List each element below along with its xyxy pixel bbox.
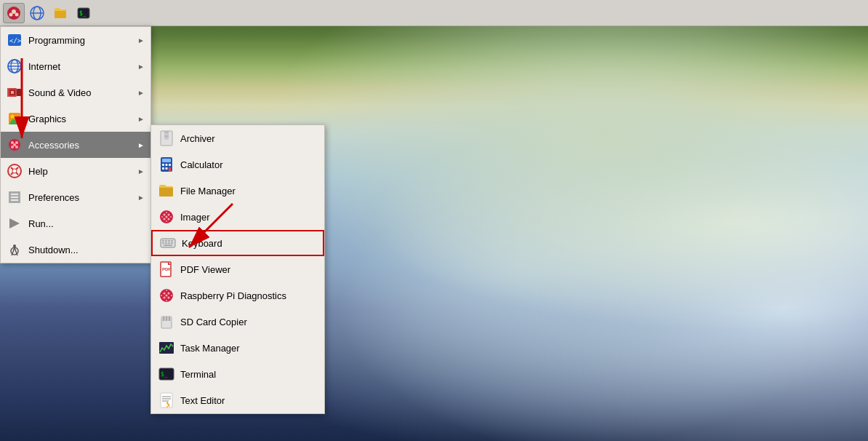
svg-text:</>: </> — [9, 37, 22, 44]
raspberry-icon — [7, 6, 21, 20]
submenu-item-text-editor[interactable]: Text Editor — [151, 387, 324, 413]
svg-point-65 — [166, 216, 168, 218]
menu-item-sound-video[interactable]: Sound & Video ► — [1, 79, 150, 106]
svg-point-26 — [11, 141, 14, 144]
help-arrow: ► — [137, 167, 145, 175]
svg-rect-76 — [165, 242, 167, 244]
sd-card-icon — [158, 314, 174, 330]
accessories-label: Accessories — [28, 140, 137, 151]
sound-video-arrow: ► — [137, 89, 145, 97]
svg-rect-20 — [17, 89, 21, 96]
task-manager-label: Task Manager — [180, 343, 240, 354]
svg-point-42 — [13, 245, 16, 247]
svg-point-85 — [168, 293, 170, 295]
svg-rect-50 — [164, 135, 169, 138]
svg-rect-79 — [164, 245, 172, 246]
svg-point-91 — [161, 295, 162, 296]
submenu-item-imager[interactable]: Imager — [151, 204, 324, 230]
svg-text:$_: $_ — [79, 10, 87, 17]
file-manager-taskbar-button[interactable] — [49, 3, 71, 23]
browser-button[interactable] — [26, 3, 48, 23]
terminal-submenu-icon: $_ — [158, 366, 174, 382]
svg-point-90 — [166, 300, 167, 301]
svg-rect-97 — [169, 317, 170, 321]
text-editor-icon — [158, 392, 174, 408]
submenu-item-pdf-viewer[interactable]: PDF PDF Viewer — [151, 256, 324, 282]
svg-rect-53 — [162, 159, 171, 162]
internet-arrow: ► — [137, 63, 145, 71]
submenu-item-calculator[interactable]: Calculator — [151, 151, 324, 178]
svg-point-22 — [11, 115, 15, 119]
menu-item-accessories[interactable]: Accessories ► — [1, 132, 150, 158]
accessories-submenu: Archiver Calculator File Manager — [150, 124, 325, 414]
svg-point-67 — [166, 220, 167, 222]
svg-rect-101 — [161, 393, 172, 408]
svg-point-27 — [15, 141, 18, 144]
graphics-icon — [7, 111, 23, 127]
menu-item-preferences[interactable]: Preferences ► — [1, 184, 150, 210]
svg-marker-39 — [9, 218, 20, 229]
svg-point-87 — [168, 297, 170, 299]
svg-point-62 — [168, 214, 170, 216]
sd-card-copier-label: SD Card Copier — [180, 317, 247, 327]
svg-point-69 — [170, 216, 172, 218]
submenu-item-task-manager[interactable]: Task Manager — [151, 335, 324, 361]
svg-point-88 — [166, 295, 168, 297]
svg-rect-54 — [162, 164, 164, 166]
svg-rect-51 — [164, 138, 169, 140]
archiver-icon — [158, 130, 174, 146]
preferences-arrow: ► — [137, 194, 145, 202]
svg-point-2 — [9, 12, 13, 16]
raspberry-diagnostics-label: Raspberry Pi Diagnostics — [180, 290, 286, 301]
svg-rect-77 — [168, 242, 170, 244]
terminal-icon: $_ — [76, 6, 91, 20]
menu-item-run[interactable]: Run... — [1, 210, 150, 237]
submenu-item-keyboard[interactable]: Keyboard — [151, 230, 324, 256]
submenu-item-file-manager[interactable]: File Manager — [151, 178, 324, 204]
folder-icon — [53, 6, 68, 20]
svg-point-92 — [171, 295, 172, 296]
svg-point-89 — [166, 290, 167, 291]
pdf-viewer-label: PDF Viewer — [180, 264, 230, 275]
svg-rect-18 — [11, 91, 14, 94]
svg-point-86 — [164, 297, 166, 299]
svg-rect-58 — [166, 167, 168, 170]
submenu-item-archiver[interactable]: Archiver — [151, 125, 324, 151]
sound-video-icon — [7, 84, 23, 100]
svg-point-28 — [11, 146, 14, 148]
graphics-arrow: ► — [137, 115, 145, 123]
svg-point-1 — [12, 9, 16, 14]
svg-rect-96 — [166, 317, 167, 321]
programming-icon: </> — [7, 32, 23, 48]
shutdown-label: Shutdown... — [28, 245, 145, 255]
menu-item-graphics[interactable]: Graphics ► — [1, 106, 150, 132]
file-manager-label: File Manager — [180, 186, 236, 196]
internet-icon — [7, 58, 23, 74]
shutdown-icon — [7, 242, 23, 258]
submenu-item-sd-card-copier[interactable]: SD Card Copier — [151, 309, 324, 335]
internet-label: Internet — [28, 61, 137, 72]
menu-item-programming[interactable]: </> Programming ► — [1, 27, 150, 53]
submenu-item-terminal[interactable]: $_ Terminal — [151, 361, 324, 387]
submenu-item-raspberry-diagnostics[interactable]: Raspberry Pi Diagnostics — [151, 282, 324, 309]
calculator-label: Calculator — [180, 159, 223, 170]
svg-point-29 — [15, 146, 18, 148]
svg-point-63 — [164, 218, 166, 220]
accessories-icon — [7, 137, 23, 153]
menu-item-internet[interactable]: Internet ► — [1, 53, 150, 79]
run-icon — [7, 215, 23, 231]
task-manager-icon — [158, 340, 174, 356]
svg-point-66 — [166, 212, 167, 213]
svg-rect-75 — [162, 242, 164, 244]
terminal-taskbar-button[interactable]: $_ — [73, 3, 95, 23]
svg-rect-59 — [169, 167, 171, 172]
menu-item-shutdown[interactable]: Shutdown... — [1, 237, 150, 263]
svg-point-3 — [15, 12, 19, 16]
run-label: Run... — [28, 218, 145, 229]
menu-item-help[interactable]: Help ► — [1, 158, 150, 184]
svg-rect-73 — [168, 240, 170, 242]
raspberry-menu-button[interactable] — [3, 3, 25, 23]
raspberry-diagnostics-icon — [158, 287, 174, 303]
accessories-arrow: ► — [137, 141, 145, 149]
svg-rect-57 — [162, 167, 164, 170]
